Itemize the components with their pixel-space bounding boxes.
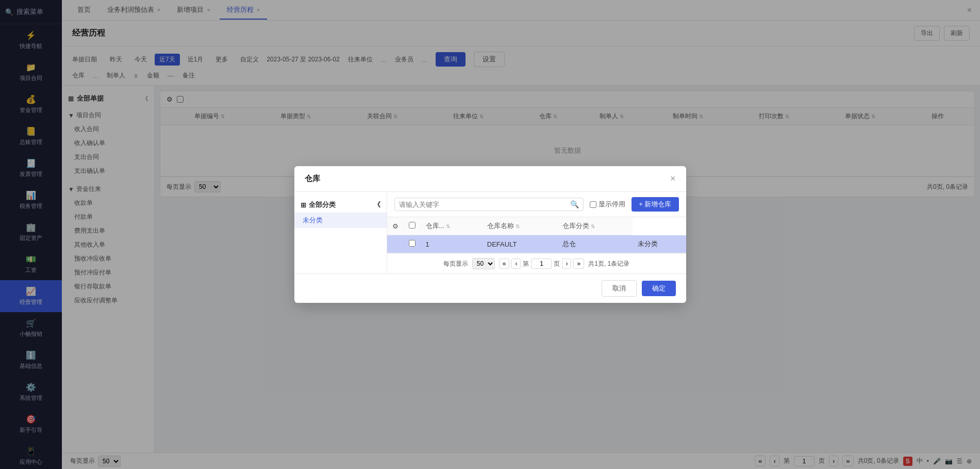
modal-cancel-button[interactable]: 取消	[602, 280, 637, 297]
modal-col-category[interactable]: 仓库分类	[557, 217, 633, 235]
modal-page-input[interactable]	[531, 258, 552, 269]
modal-next-page[interactable]: ›	[562, 258, 571, 269]
modal-search-input[interactable]	[399, 201, 571, 208]
table-row[interactable]: 1 DEFAULT 总仓 未分类	[387, 235, 686, 253]
modal-toolbar: 🔍 显示停用 + 新增仓库	[387, 192, 686, 217]
modal-cell-num: 1	[421, 235, 482, 253]
tree-item-uncategorized[interactable]: 未分类	[294, 213, 387, 228]
modal-col-name[interactable]: 仓库名称	[482, 217, 557, 235]
modal-close-button[interactable]: ×	[670, 173, 676, 184]
modal-right: 🔍 显示停用 + 新增仓库 ⚙	[387, 192, 686, 273]
show-disabled-checkbox[interactable]	[590, 201, 596, 208]
modal-col-settings: ⚙	[387, 217, 404, 235]
modal-cell-settings	[387, 235, 404, 253]
modal-page-size-select[interactable]: 50	[472, 258, 495, 269]
modal-cell-code: DEFAULT	[482, 235, 557, 253]
modal-header: 仓库 ×	[294, 166, 686, 192]
modal-col-code[interactable]: 仓库...	[421, 217, 482, 235]
modal-title: 仓库	[305, 174, 320, 184]
modal-cell-checkbox	[404, 235, 421, 253]
add-warehouse-button[interactable]: + 新增仓库	[632, 197, 678, 212]
grid-modal-icon: ⊞	[301, 201, 306, 209]
modal-page-nav: « ‹ 第 页 › »	[499, 258, 584, 269]
modal-overlay: 仓库 × ⊞ 全部分类 《 未分类	[0, 0, 980, 469]
modal-cell-name: 总仓	[557, 235, 633, 253]
modal-cell-category: 未分类	[633, 235, 686, 253]
modal-row-checkbox[interactable]	[409, 240, 416, 247]
modal-col-checkbox	[404, 217, 421, 235]
modal-last-page[interactable]: »	[573, 258, 584, 269]
show-disabled-label: 显示停用	[590, 200, 625, 209]
modal-search-icon: 🔍	[570, 200, 579, 208]
modal-prev-page[interactable]: ‹	[511, 258, 521, 269]
modal-confirm-button[interactable]: 确定	[642, 281, 676, 296]
modal-table-wrap: ⚙ 仓库... 仓库名称 仓库分类 1	[387, 217, 686, 253]
modal-search-box: 🔍	[394, 198, 584, 211]
modal-tree-collapse[interactable]: 《	[374, 200, 380, 209]
modal-footer: 取消 确定	[294, 273, 686, 303]
modal-tree: ⊞ 全部分类 《 未分类	[294, 192, 387, 273]
modal-body: ⊞ 全部分类 《 未分类 🔍 显示停用	[294, 192, 686, 273]
modal-tree-header[interactable]: ⊞ 全部分类 《	[294, 197, 387, 213]
modal-table: ⚙ 仓库... 仓库名称 仓库分类 1	[387, 217, 686, 253]
modal-table-footer: 每页显示 50 « ‹ 第 页 › » 共1页, 1条记录	[387, 253, 686, 273]
warehouse-modal: 仓库 × ⊞ 全部分类 《 未分类	[294, 166, 686, 303]
modal-first-page[interactable]: «	[499, 258, 510, 269]
modal-select-all[interactable]	[409, 222, 416, 229]
